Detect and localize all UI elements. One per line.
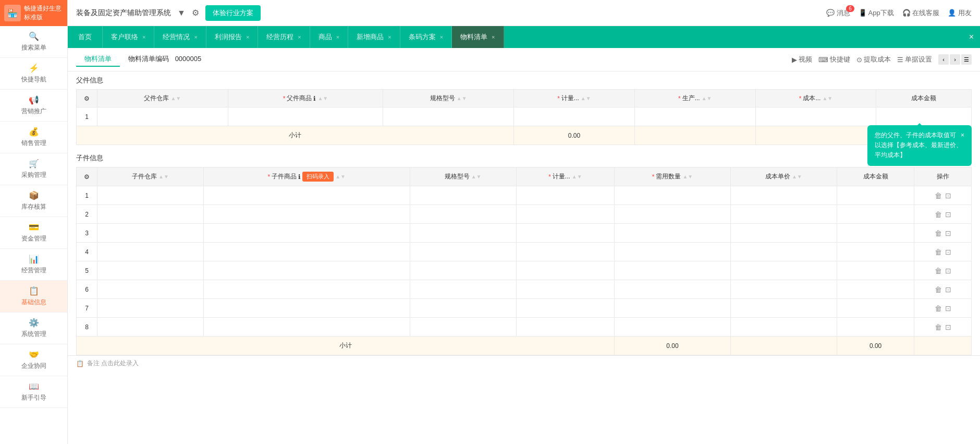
child-row2-spec[interactable] [410, 205, 516, 224]
copy-icon-4[interactable]: ⊡ [945, 248, 951, 256]
sidebar-item-purchase[interactable]: 🛒 采购管理 [0, 153, 67, 185]
menu-arrow[interactable]: ☰ [961, 54, 972, 65]
tab-close-newgoods[interactable]: × [388, 34, 391, 40]
message-item[interactable]: 💬 消息 6 [826, 8, 850, 18]
parent-row1-cost[interactable] [755, 107, 876, 126]
sub-tab-bom-code[interactable]: 物料清单编码 0000005 [120, 52, 210, 67]
single-settings-btn[interactable]: ☰ 单据设置 [897, 55, 932, 64]
tab-barcode[interactable]: 条码方案 × [400, 26, 452, 48]
child-row2-action: 🗑 ⊡ [914, 205, 972, 224]
copy-icon-6[interactable]: ⊡ [945, 285, 951, 294]
online-service[interactable]: 🎧 在线客服 [902, 8, 940, 18]
tab-close-barcode[interactable]: × [440, 34, 443, 40]
tab-close-customers[interactable]: × [142, 34, 145, 40]
settings-icon[interactable]: ▼ [177, 8, 186, 18]
tab-operations[interactable]: 经营情况 × [154, 26, 206, 48]
child-row1-qty[interactable] [615, 186, 731, 205]
copy-icon-3[interactable]: ⊡ [945, 229, 951, 237]
scan-button[interactable]: 扫码录入 [302, 172, 334, 182]
parent-row1-goods[interactable] [228, 107, 383, 126]
app-download[interactable]: 📱 App下载 [859, 8, 894, 18]
tab-close-goods[interactable]: × [336, 34, 339, 40]
parent-th-spec: 规格型号 ▲▼ [383, 90, 514, 107]
child-th-amount: 成本金额 [837, 167, 914, 186]
nav-tabs: 首页 客户联络 × 经营情况 × 利润报告 × 经营历程 × 商品 × 新增商品… [68, 26, 980, 48]
sidebar-item-search[interactable]: 🔍 搜索菜单 [0, 26, 67, 58]
shortcut-btn[interactable]: ⌨ 快捷键 [818, 55, 850, 64]
download-icon: 📱 [859, 9, 867, 17]
parent-row1-unit[interactable] [514, 107, 635, 126]
child-row1-amount [837, 186, 914, 205]
prev-arrow[interactable]: ‹ [938, 54, 949, 65]
child-info-icon: ℹ [298, 173, 301, 181]
sidebar-item-guide[interactable]: 📖 新手引导 [0, 376, 67, 408]
bottom-note[interactable]: 📋 备注 点击此处录入 [68, 355, 980, 371]
delete-icon-5[interactable]: 🗑 [935, 267, 942, 275]
child-row2-goods[interactable] [204, 205, 410, 224]
next-arrow[interactable]: › [950, 54, 960, 65]
delete-icon-3[interactable]: 🗑 [935, 229, 942, 237]
tab-profit[interactable]: 利润报告 × [206, 26, 258, 48]
child-row2-warehouse[interactable] [97, 205, 204, 224]
child-row2-qty[interactable] [615, 205, 731, 224]
tooltip-close-button[interactable]: × [961, 130, 964, 140]
child-row2-unitprice[interactable] [730, 205, 837, 224]
copy-icon-5[interactable]: ⊡ [945, 267, 951, 275]
delete-icon-1[interactable]: 🗑 [935, 191, 942, 200]
parent-th-settings[interactable]: ⚙ [77, 90, 97, 107]
tab-bom[interactable]: 物料清单 × [452, 26, 504, 48]
parent-row1-spec[interactable] [383, 107, 514, 126]
tab-customers[interactable]: 客户联络 × [103, 26, 154, 48]
sidebar-item-finance[interactable]: 💳 资金管理 [0, 217, 67, 249]
delete-icon-4[interactable]: 🗑 [935, 248, 942, 256]
tab-close-profit[interactable]: × [246, 34, 249, 40]
copy-icon-8[interactable]: ⊡ [945, 323, 951, 331]
child-row-3: 3 🗑⊡ [77, 224, 972, 243]
gear-settings-icon[interactable]: ⚙ [192, 8, 199, 18]
extract-icon: ⊙ [856, 56, 862, 64]
delete-icon-6[interactable]: 🗑 [935, 285, 942, 294]
sub-header: 物料清单 物料清单编码 0000005 ▶ 视频 ⌨ 快捷键 ⊙ 提取成本 [68, 48, 980, 71]
child-row1-unit[interactable] [516, 186, 615, 205]
close-all-button[interactable]: × [963, 32, 980, 42]
child-row7-num: 7 [77, 299, 97, 318]
sidebar-item-enterprise[interactable]: 🤝 企业协同 [0, 344, 67, 376]
trial-button[interactable]: 体验行业方案 [205, 5, 261, 21]
parent-row1-warehouse[interactable] [97, 107, 228, 126]
extract-cost-btn[interactable]: ⊙ 提取成本 [856, 55, 891, 64]
child-row1-goods[interactable] [204, 186, 410, 205]
sidebar-item-sales[interactable]: 💰 销售管理 [0, 122, 67, 153]
view-btn[interactable]: ▶ 视频 [792, 55, 812, 64]
tab-goods[interactable]: 商品 × [310, 26, 348, 48]
sub-tab-bom[interactable]: 物料清单 [76, 52, 120, 67]
sidebar-item-inventory[interactable]: 📦 库存核算 [0, 185, 67, 217]
child-row1-warehouse[interactable] [97, 186, 204, 205]
parent-row1-produce[interactable] [634, 107, 755, 126]
child-row1-spec[interactable] [410, 186, 516, 205]
delete-icon-8[interactable]: 🗑 [935, 323, 942, 331]
sidebar-item-quicknav[interactable]: ⚡ 快捷导航 [0, 58, 67, 90]
user-area[interactable]: 👤 用友 [948, 8, 972, 18]
child-row1-unitprice[interactable] [730, 186, 837, 205]
tab-close-history[interactable]: × [298, 34, 301, 40]
parent-row1-amount [876, 107, 972, 126]
tab-close-operations[interactable]: × [194, 34, 197, 40]
parent-subtotal-empty1 [634, 126, 755, 145]
child-th-action: 操作 [914, 167, 972, 186]
copy-icon-2[interactable]: ⊡ [945, 210, 951, 219]
child-th-settings[interactable]: ⚙ [77, 167, 97, 186]
tab-history[interactable]: 经营历程 × [258, 26, 310, 48]
tab-home[interactable]: 首页 [68, 26, 103, 48]
delete-icon-7[interactable]: 🗑 [935, 304, 942, 313]
copy-icon-1[interactable]: ⊡ [945, 191, 951, 200]
sidebar-item-operation[interactable]: 📊 经营管理 [0, 249, 67, 281]
tab-newgoods[interactable]: 新增商品 × [348, 26, 400, 48]
sidebar-item-basic[interactable]: 📋 基础信息 [0, 281, 67, 313]
copy-icon-7[interactable]: ⊡ [945, 304, 951, 313]
sidebar-item-marketing[interactable]: 📢 营销推广 [0, 90, 67, 122]
tab-close-bom[interactable]: × [492, 34, 495, 40]
sidebar-item-system[interactable]: ⚙️ 系统管理 [0, 313, 67, 344]
delete-icon-2[interactable]: 🗑 [935, 210, 942, 219]
child-row2-unit[interactable] [516, 205, 615, 224]
child-row-7: 7 🗑⊡ [77, 299, 972, 318]
